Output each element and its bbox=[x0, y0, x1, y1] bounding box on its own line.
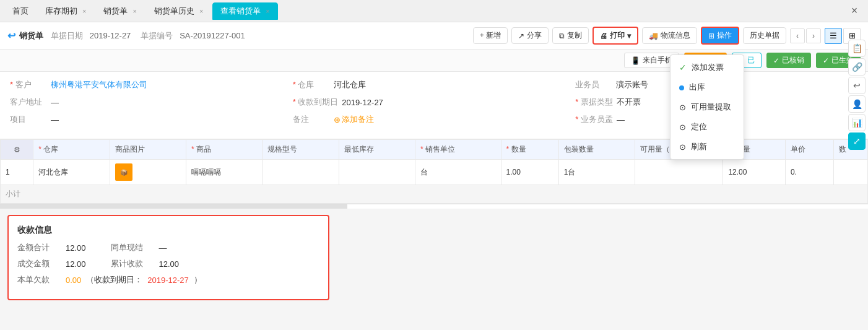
next-button[interactable]: › bbox=[806, 28, 821, 43]
doc-type-label: 销货单 bbox=[19, 30, 43, 41]
warehouse-label: 仓库 bbox=[293, 79, 330, 90]
window-close-button[interactable]: × bbox=[846, 2, 863, 20]
logistics-button[interactable]: 🚚 物流信息 bbox=[642, 27, 697, 44]
available-qty-label: 可用量提取 bbox=[691, 102, 731, 113]
history-button[interactable]: 历史单据 bbox=[743, 27, 786, 44]
amount-total-item: 金额合计 12.00 bbox=[17, 242, 86, 253]
phone-icon: 📱 bbox=[631, 56, 640, 65]
tab-sales-close[interactable]: × bbox=[132, 7, 136, 15]
same-order-item: 同单现结 — bbox=[111, 242, 167, 253]
tab-inventory-label: 库存期初 bbox=[45, 6, 77, 17]
tab-view-sales-close[interactable]: × bbox=[266, 7, 269, 15]
cumulative-value: 12.00 bbox=[159, 259, 180, 269]
tab-sales-history-label: 销货单历史 bbox=[154, 6, 194, 17]
locate-item[interactable]: ⊙ 定位 bbox=[671, 117, 744, 137]
share-button[interactable]: ↗ 分享 bbox=[511, 27, 549, 44]
cell-warehouse: 河北仓库 bbox=[33, 160, 110, 185]
number-label: 单据编号 SA-20191227-001 bbox=[141, 30, 245, 41]
tab-inventory[interactable]: 库存期初 × bbox=[37, 2, 94, 20]
outbound-label: 出库 bbox=[689, 82, 705, 93]
doc-meta: 单据日期 2019-12-27 单据编号 SA-20191227-001 bbox=[51, 30, 245, 41]
due-suffix: ） bbox=[194, 274, 202, 285]
address-value: — bbox=[51, 98, 59, 107]
copy-button[interactable]: ⧉ 复制 bbox=[552, 27, 589, 44]
add-note-button[interactable]: 添加备注 bbox=[334, 114, 374, 125]
sidebar-user-icon[interactable]: 👤 bbox=[848, 95, 866, 113]
sold-button[interactable]: ✓ 已核销 bbox=[766, 53, 811, 68]
right-sidebar: 📋 🔗 ↩ 👤 📊 ⤢ bbox=[846, 37, 868, 152]
prev-button[interactable]: ‹ bbox=[790, 28, 805, 43]
check-circle-icon: ✓ bbox=[773, 56, 779, 65]
payment-section: 收款信息 金额合计 12.00 同单现结 — 成交金额 12.00 累计收款 1… bbox=[7, 215, 329, 300]
print-icon: 🖨 bbox=[600, 32, 607, 40]
customer-label: 客户 bbox=[10, 79, 47, 90]
cell-spec bbox=[263, 160, 339, 185]
tab-sales-history-close[interactable]: × bbox=[199, 7, 203, 15]
amount-total-label: 金额合计 bbox=[17, 242, 61, 253]
sales-staff-value: — bbox=[617, 115, 625, 124]
same-order-value: — bbox=[159, 243, 167, 253]
deal-amount-value: 12.00 bbox=[66, 259, 86, 269]
print-button[interactable]: 🖨 打印 ▾ bbox=[592, 27, 638, 45]
cumulative-item: 累计收款 12.00 bbox=[111, 258, 180, 269]
tab-sales-history[interactable]: 销货单历史 × bbox=[146, 2, 211, 20]
payment-row-3: 本单欠款 0.00 （收款到期日： 2019-12-27 ） bbox=[17, 274, 319, 285]
col-unit: 销售单位 bbox=[415, 140, 501, 160]
sales-staff-label: 业务员孟 bbox=[575, 114, 613, 125]
cumulative-label: 累计收款 bbox=[111, 258, 154, 269]
note-group: 备注 添加备注 bbox=[293, 114, 576, 125]
subtotal-label: 小计 bbox=[1, 185, 868, 204]
deal-amount-item: 成交金额 12.00 bbox=[17, 258, 86, 269]
col-price: 单价 bbox=[786, 140, 834, 160]
note-label: 备注 bbox=[293, 114, 330, 125]
tab-view-sales-label: 查看销货单 bbox=[220, 6, 261, 17]
horizontal-scrollbar[interactable] bbox=[0, 204, 868, 209]
date-value: 2019-12-27 bbox=[90, 31, 131, 40]
col-settings[interactable]: ⚙ bbox=[1, 140, 33, 160]
outbound-item[interactable]: 出库 bbox=[671, 77, 744, 97]
check-invoice-icon: ✓ bbox=[679, 63, 687, 72]
tab-home[interactable]: 首页 bbox=[5, 2, 36, 20]
customer-value[interactable]: 柳州粤港平安气体有限公司 bbox=[51, 79, 147, 90]
tab-home-label: 首页 bbox=[12, 6, 28, 17]
staff-value: 演示账号 bbox=[616, 79, 648, 90]
toolbar-right: + 新增 ↗ 分享 ⧉ 复制 🖨 打印 ▾ 🚚 物流信息 ⊞ 操作 bbox=[473, 27, 861, 45]
toolbar: ↩ 销货单 单据日期 2019-12-27 单据编号 SA-20191227-0… bbox=[0, 22, 868, 50]
arrears-label: 本单欠款 bbox=[17, 274, 61, 285]
doc-title: ↩ 销货单 bbox=[7, 30, 43, 41]
new-button[interactable]: + 新增 bbox=[473, 27, 508, 44]
tab-sales-label: 销货单 bbox=[103, 6, 128, 17]
print-dropdown-icon: ▾ bbox=[627, 32, 631, 40]
tab-sales[interactable]: 销货单 × bbox=[95, 2, 144, 20]
ticket-type-label: 票据类型 bbox=[575, 97, 613, 108]
sidebar-back-icon[interactable]: ↩ bbox=[848, 77, 866, 94]
sidebar-doc-icon[interactable]: 📋 bbox=[848, 40, 866, 57]
project-group: 项目 — bbox=[10, 114, 293, 125]
sidebar-expand-icon[interactable]: ⤢ bbox=[848, 132, 866, 150]
cell-quantity: 1.00 bbox=[501, 160, 558, 185]
col-warehouse: 仓库 bbox=[33, 140, 110, 160]
arrears-value: 0.00 bbox=[66, 276, 81, 285]
payment-row-1: 金额合计 12.00 同单现结 — bbox=[17, 242, 319, 253]
add-invoice-item[interactable]: ✓ 添加发票 bbox=[671, 58, 744, 77]
operation-icon: ⊞ bbox=[708, 32, 714, 40]
tab-view-sales[interactable]: 查看销货单 × bbox=[212, 2, 277, 20]
refresh-item[interactable]: ⊙ 刷新 bbox=[671, 137, 744, 157]
payment-title: 收款信息 bbox=[17, 225, 319, 236]
list-view-button[interactable]: ☰ bbox=[825, 28, 842, 44]
table-row: 1 河北仓库 📦 嗝嗝嗝嗝 台 1.00 1台 12.00 0. bbox=[1, 160, 868, 185]
check-circle2-icon: ✓ bbox=[823, 56, 829, 65]
operation-button[interactable]: ⊞ 操作 bbox=[701, 27, 739, 45]
sidebar-link-icon[interactable]: 🔗 bbox=[848, 58, 866, 76]
tab-inventory-close[interactable]: × bbox=[82, 7, 86, 15]
toolbar-left: ↩ 销货单 单据日期 2019-12-27 单据编号 SA-20191227-0… bbox=[7, 30, 245, 41]
number-value: SA-20191227-001 bbox=[180, 31, 245, 40]
col-package-qty: 包装数量 bbox=[558, 140, 635, 160]
available-qty-item[interactable]: ⊙ 可用量提取 bbox=[671, 97, 744, 117]
col-quantity: 数量 bbox=[501, 140, 558, 160]
arrears-item: 本单欠款 0.00 （收款到期日： 2019-12-27 ） bbox=[17, 274, 202, 285]
sidebar-chart-icon[interactable]: 📊 bbox=[848, 114, 866, 131]
subtotal-row: 小计 bbox=[1, 185, 868, 204]
col-image: 商品图片 bbox=[110, 140, 186, 160]
address-group: 客户地址 — bbox=[10, 97, 293, 108]
